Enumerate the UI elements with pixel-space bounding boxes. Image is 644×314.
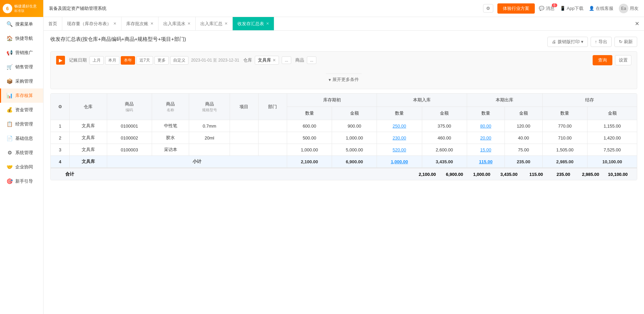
sidebar-item-beginner[interactable]: 🎯新手引导 [0,174,43,188]
tab-close-in-out-summary[interactable]: ✕ [225,21,228,26]
user-action[interactable]: Ea 用友 [619,4,639,13]
cell-out-qty[interactable]: 80.00 [467,120,505,132]
cell-opening-qty: 500.00 [287,132,332,144]
table-row: 1 文具库 0100001 中性笔 0.7mm 600.00 900.00 25… [51,120,637,132]
subtotal-in-qty[interactable]: 1,000.00 [377,156,422,168]
app-download-label: App下载 [567,5,583,12]
online-service-label: 在线客服 [596,5,613,12]
cell-spec [189,144,230,156]
cell-in-qty[interactable]: 230.00 [377,132,422,144]
expand-conditions-button[interactable]: ▾ 展开更多条件 [326,73,362,85]
th-name: 商品名称 [152,94,189,120]
tab-home[interactable]: 首页 [44,17,62,31]
sidebar-icon-basic-info: 📄 [6,135,13,142]
date-filter-section: 记账日期 上月 本月 本年 近7天 更多 自定义 2023-01-01 至 20… [69,56,239,65]
sidebar-item-basic-info[interactable]: 📄基础信息 [0,131,43,146]
date-btn-this-year[interactable]: 本年 [121,56,135,65]
sidebar-icon-stock: 📊 [6,93,13,99]
cell-in-qty[interactable]: 520.00 [377,144,422,156]
sidebar-item-search[interactable]: 🔍搜索菜单 [0,17,43,31]
settings-small-button[interactable]: 设置 [615,55,631,65]
tab-close-receipt-summary[interactable]: ✕ [266,21,269,26]
tab-in-out-flow[interactable]: 出入库流水✕ [159,17,196,31]
filter-toggle-button[interactable]: ▶ [56,56,65,65]
total-out-amt: 235.00 [550,172,577,177]
app-download-action[interactable]: 📱 App下载 [560,5,583,12]
sidebar-item-sales[interactable]: 🛒销售管理 [0,60,43,74]
refresh-button[interactable]: ↻ 刷新 [614,37,637,47]
message-action[interactable]: 💬 消息 6 [539,5,555,12]
sidebar-label-search: 搜索菜单 [15,21,33,27]
total-opening-qty: 2,100.00 [414,172,441,177]
cell-out-amt: 75.00 [505,144,542,156]
tab-label-receipt-summary: 收发存汇总表 [237,21,264,27]
tab-close-batch-account[interactable]: ✕ [150,21,153,26]
cell-out-qty[interactable]: 15.00 [467,144,505,156]
subtotal-out-qty[interactable]: 115.00 [467,156,505,168]
system-name: 装备及固定资产辅助管理系统 [49,5,479,12]
warehouse-filter-section: 仓库 文具库 ✕ ... [243,56,291,65]
tab-stock-dist[interactable]: 现存量（库存分布表）✕ [62,17,121,31]
topbar-settings-button[interactable]: ⚙ [483,4,493,13]
service-icon: 👤 [589,6,594,11]
sidebar-item-purchase[interactable]: 📦采购管理 [0,74,43,88]
message-badge: 6 [552,3,557,7]
sidebar-item-marketing[interactable]: 📢营销推广 [0,46,43,60]
cell-in-qty[interactable]: 250.00 [377,120,422,132]
tab-receipt-summary[interactable]: 收发存汇总表✕ [233,17,274,31]
app-subtitle: 标准版 [14,9,37,13]
sidebar-item-cooperation[interactable]: 🤝企业协同 [0,160,43,174]
date-filter-buttons: 上月 本月 本年 近7天 更多 自定义 [89,56,188,65]
date-btn-more[interactable]: 更多 [154,56,169,65]
print-button[interactable]: 🖨 拨销版打印 ▾ [547,37,588,47]
export-icon: ↑ [595,39,597,44]
expand-label: 展开更多条件 [332,77,359,83]
warehouse-filter-tag[interactable]: 文具库 ✕ [255,56,279,65]
warehouse-filter-label: 仓库 [243,57,252,63]
tabs-bar: 首页现存量（库存分布表）✕库存批次账✕出入库流水✕出入库汇总✕收发存汇总表✕✕ [44,17,644,31]
tab-label-home: 首页 [48,21,57,27]
trial-button[interactable]: 体验行业方案 [497,3,535,14]
page-container: 收发存汇总表(按仓库+商品编码+商品+规格型号+项目+部门) 🖨 拨销版打印 ▾… [44,31,644,314]
cell-bal-qty: 770.00 [542,120,587,132]
sidebar-item-system[interactable]: ⚙系统管理 [0,146,43,160]
cell-out-amt: 120.00 [505,120,542,132]
cell-warehouse: 文具库 [70,132,107,144]
sidebar-icon-finance: 💰 [6,107,13,113]
warehouse-more-button[interactable]: ... [282,56,291,64]
main-area: 装备及固定资产辅助管理系统 ⚙ 体验行业方案 💬 消息 6 📱 App下载 👤 … [44,0,644,314]
date-btn-last-month[interactable]: 上月 [89,56,104,65]
th-warehouse: 仓库 [70,94,107,120]
subtotal-index: 4 [51,156,70,168]
tab-close-in-out-flow[interactable]: ✕ [187,21,191,26]
th-in-amt: 金额 [422,107,467,120]
sidebar-item-finance[interactable]: 💰资金管理 [0,103,43,117]
date-btn-7days[interactable]: 近7天 [136,56,153,65]
sidebar-icon-system: ⚙ [6,150,13,156]
print-label: 拨销版打印 [558,39,580,45]
th-opening-amt: 金额 [332,107,377,120]
sidebar-item-quick-nav[interactable]: 🏠快捷导航 [0,31,43,46]
close-all-tabs-button[interactable]: ✕ [630,20,644,27]
th-settings[interactable]: ⚙ [51,94,70,120]
query-button[interactable]: 查询 [593,55,612,65]
goods-more-button[interactable]: ... [307,56,316,64]
sidebar-label-finance: 资金管理 [15,107,33,113]
th-in-qty: 数量 [377,107,422,120]
date-btn-custom[interactable]: 自定义 [170,56,188,65]
cell-out-qty[interactable]: 20.00 [467,132,505,144]
sidebar-item-stock[interactable]: 📊库存核算 [0,88,43,103]
online-service-action[interactable]: 👤 在线客服 [589,5,613,12]
tab-close-stock-dist[interactable]: ✕ [113,21,116,26]
tab-batch-account[interactable]: 库存批次账✕ [121,17,159,31]
warehouse-tag-close[interactable]: ✕ [273,58,276,63]
cell-code: 0100001 [107,120,152,132]
table-row: 2 文具库 0100002 胶水 20ml 500.00 1,000.00 23… [51,132,637,144]
th-out-qty: 数量 [467,107,505,120]
date-btn-this-month[interactable]: 本月 [105,56,119,65]
page-title: 收发存汇总表(按仓库+商品编码+商品+规格型号+项目+部门) [50,36,186,43]
tab-in-out-summary[interactable]: 出入库汇总✕ [196,17,233,31]
sidebar-item-operation[interactable]: 📋经营管理 [0,117,43,131]
export-button[interactable]: ↑ 导出 [591,37,612,47]
cell-opening-amt: 5,000.00 [332,144,377,156]
